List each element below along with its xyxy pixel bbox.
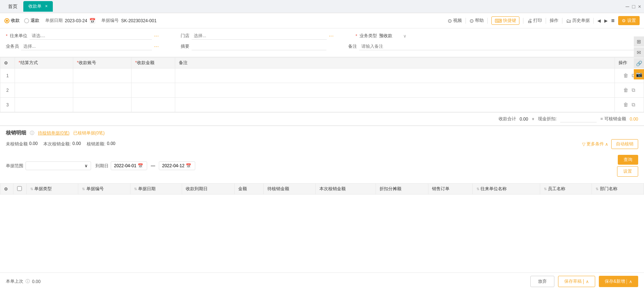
sidebar-email-icon[interactable]: ✉ [634, 47, 644, 58]
th-method: *结算方式 [15, 58, 73, 68]
save-draft-dropdown-icon[interactable]: ∧ [583, 279, 589, 284]
delete-icon-1[interactable]: 🗑 [623, 72, 628, 78]
date-from-input[interactable]: 2022-04-01 📅 [111, 161, 147, 170]
tab-home[interactable]: 首页 [3, 1, 23, 12]
table-row: 2 🗑 ⧉ [0, 83, 644, 98]
row-2-amount[interactable] [131, 83, 175, 98]
sidebar-camera-icon[interactable]: 📷 [634, 69, 644, 79]
history-btn[interactable]: 🗂 历史单据 [566, 17, 590, 24]
tab-close-icon[interactable]: × [45, 4, 48, 9]
bt-th-pending: 待核销金额 [263, 184, 316, 195]
business-type-dropdown-icon[interactable]: ∨ [403, 34, 407, 39]
store-field: 门店 ··· [181, 32, 334, 40]
form-row-2: 业务员 ··· 摘要 备注 [6, 43, 638, 50]
summary-input[interactable] [192, 43, 326, 50]
carry-info-icon[interactable]: ⓘ [25, 278, 30, 285]
row-1-method[interactable] [15, 68, 73, 83]
store-more-icon[interactable]: ··· [329, 33, 334, 39]
date-to-input[interactable]: 2022-04-12 📅 [159, 161, 195, 170]
bt-th-discount: 折扣分摊额 [376, 184, 428, 195]
more-conditions-btn[interactable]: ▽ 更多条件 ∧ [582, 141, 608, 147]
bottom-table: ⚙ ⇅ 单据类型 ⇅ 单据编号 ⇅ 单据日期 收款到期日 金额 待 [0, 183, 644, 195]
pending-tab[interactable]: 待核销单据(0笔) [38, 130, 70, 136]
copy-icon-3[interactable]: ⧉ [632, 102, 635, 107]
next-icon[interactable]: ▶ [604, 18, 608, 23]
row-3-amount[interactable] [131, 98, 175, 112]
query-btn[interactable]: 查询 [618, 155, 638, 165]
counterpart-field: * 往来单位 ··· [6, 32, 159, 40]
shortcut-icon: ⌨ [495, 18, 502, 24]
row-2-ops: 🗑 ⧉ [615, 83, 644, 98]
bt-th-dept: ⇅ 部门名称 [592, 184, 644, 195]
history-icon: 🗂 [566, 18, 571, 24]
list-view-icon[interactable]: ≡ [611, 17, 614, 24]
table-gear-header[interactable]: ⚙ [0, 58, 15, 68]
row-3-account[interactable] [73, 98, 131, 112]
dropdown-arrow: ∨ [85, 163, 88, 168]
delete-icon-2[interactable]: 🗑 [623, 87, 628, 93]
row-num-2: 2 [0, 83, 15, 98]
th-amount: *收款金额 [131, 58, 175, 68]
prev-icon[interactable]: ◀ [597, 18, 601, 23]
row-2-account[interactable] [73, 83, 131, 98]
discount-input[interactable] [560, 115, 597, 122]
bt-th-employee: ⇅ 员工名称 [540, 184, 592, 195]
row-1-remark[interactable] [175, 68, 615, 83]
row-3-method[interactable] [15, 98, 73, 112]
date-field: 到期日 2022-04-01 📅 — 2022-04-12 📅 [95, 161, 195, 170]
range-select[interactable]: ∨ [25, 161, 91, 170]
radio-receipt[interactable]: 收款 [4, 17, 20, 24]
video-btn[interactable]: ⊙ 视频 [448, 17, 462, 24]
row-1-account[interactable] [73, 68, 131, 83]
auto-verify-btn[interactable]: 自动核销 [611, 139, 638, 149]
maximize-icon[interactable]: □ [632, 4, 635, 9]
video-icon: ⊙ [448, 18, 452, 24]
divider2 [487, 18, 488, 24]
close-icon[interactable]: × [638, 4, 641, 9]
table-row: 3 🗑 ⧉ [0, 98, 644, 112]
salesperson-input[interactable] [21, 43, 152, 50]
divider6 [593, 18, 594, 24]
row-3-remark[interactable] [175, 98, 615, 112]
operation-btn[interactable]: 操作 [550, 17, 558, 24]
sidebar-link-icon[interactable]: 🔗 [634, 58, 644, 68]
receipt-table: ⚙ *结算方式 *收款账号 *收款金额 备注 操作 1 [0, 57, 644, 112]
store-input[interactable] [192, 32, 327, 40]
current-stat: 本次核销金额: 0.00 [43, 141, 81, 147]
row-2-remark[interactable] [175, 83, 615, 98]
receipt-refund-toggle: 收款 退款 [4, 17, 39, 24]
row-num-1: 1 [0, 68, 15, 83]
delete-icon-3[interactable]: 🗑 [623, 102, 628, 107]
minimize-icon[interactable]: ─ [625, 4, 629, 9]
verify-section: 核销明细 ⓘ 待核销单据(0笔) 已核销单据(0笔) 未核销金额 0.00 本次… [0, 125, 644, 183]
copy-icon-2[interactable]: ⧉ [632, 87, 635, 93]
calendar-from-icon: 📅 [138, 163, 143, 168]
done-tab[interactable]: 已核销单据(0笔) [73, 130, 105, 136]
sidebar-table-icon[interactable]: ⊞ [634, 36, 644, 47]
select-all-checkbox[interactable] [17, 186, 22, 191]
salesperson-field: 业务员 ··· [6, 43, 159, 50]
salesperson-more-icon[interactable]: ··· [154, 43, 159, 50]
setting-button[interactable]: ⚙ 设置 [618, 16, 640, 25]
receipt-table-section: ⚙ *结算方式 *收款账号 *收款金额 备注 操作 1 [0, 57, 644, 112]
counterpart-more-icon[interactable]: ··· [154, 33, 159, 39]
print-btn[interactable]: 🖨 打印 [527, 17, 542, 24]
row-1-amount[interactable] [131, 68, 175, 83]
row-2-method[interactable] [15, 83, 73, 98]
save-draft-button[interactable]: 保存草稿 ∧ [558, 276, 595, 287]
calendar-icon[interactable]: 📅 [89, 18, 95, 24]
verify-info-icon[interactable]: ⓘ [30, 130, 34, 136]
remark-input[interactable] [359, 43, 638, 50]
filter-setting-btn[interactable]: 设置 [617, 166, 638, 177]
counterpart-input[interactable] [30, 32, 152, 40]
save-new-dropdown-icon[interactable]: ∧ [627, 279, 632, 284]
radio-refund[interactable]: 退款 [24, 17, 39, 24]
tab-receipt[interactable]: 收款单 × [23, 1, 53, 12]
diff-stat: 核销差额: 0.00 [87, 141, 115, 147]
bt-th-gear[interactable]: ⚙ [0, 184, 13, 195]
save-new-button[interactable]: 保存&新增 ∧ [599, 276, 638, 287]
abandon-button[interactable]: 放弃 [530, 276, 554, 287]
bt-th-check[interactable] [13, 184, 27, 195]
shortcut-btn[interactable]: ⌨ 快捷键 [491, 16, 519, 25]
help-btn[interactable]: ⊙ 帮助 [470, 17, 484, 24]
